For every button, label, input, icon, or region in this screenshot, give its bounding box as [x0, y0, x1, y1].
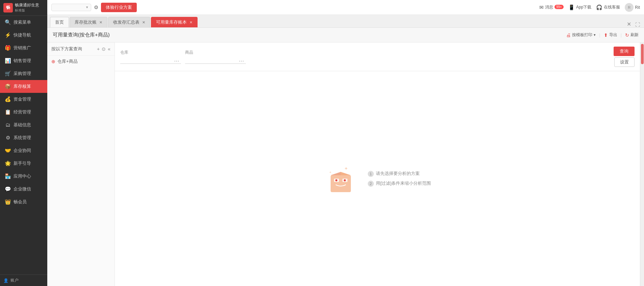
enterprise-icon: 🤝: [5, 148, 11, 154]
scheme-settings-icon[interactable]: ⊙: [102, 46, 106, 52]
sidebar-item-marketing[interactable]: 🎁 营销推广: [0, 42, 47, 54]
hint-num-2: 2: [368, 181, 374, 187]
basic-info-icon: 🗂: [5, 122, 11, 128]
hint-text-2: 用[过滤]条件来缩小分析范围: [376, 180, 431, 186]
online-service-icon: 🎧: [596, 4, 602, 10]
svg-point-6: [344, 179, 346, 181]
query-actions: 查询 设置: [614, 47, 635, 67]
gear-icon[interactable]: ⚙: [94, 4, 98, 10]
sidebar-logo: 畅 畅康通好生意 标准版: [0, 0, 47, 16]
appstore-icon: 🏪: [5, 173, 11, 179]
warehouse-field-input[interactable]: …: [120, 56, 181, 64]
content-area: 按以下方案查询 + ⊙ « ⊕ 仓库+商品 仓库 …: [47, 43, 644, 286]
settings-button[interactable]: 设置: [614, 57, 635, 67]
svg-text:✦: ✦: [344, 166, 348, 171]
app-download-btn[interactable]: 📱 App下载: [568, 4, 591, 10]
separator-2: |: [621, 32, 622, 37]
query-filters: 仓库 … 商品 … 查询 设置: [115, 43, 640, 71]
filter-item-label: 仓库+商品: [57, 58, 78, 64]
online-service-btn[interactable]: 🎧 在线客服: [596, 4, 620, 10]
message-badge: 99+: [555, 5, 564, 9]
search-menu-icon: 🔍: [5, 19, 11, 25]
sales-icon: 📊: [5, 58, 11, 64]
tab-available-close-icon[interactable]: ✕: [189, 20, 192, 25]
sidebar-item-wechat[interactable]: 💬 企业微信: [0, 183, 47, 196]
svg-rect-0: [331, 175, 351, 192]
refresh-btn[interactable]: ↻ 刷新: [625, 32, 639, 38]
product-filter-field: 商品 …: [185, 50, 246, 64]
tab-available[interactable]: 可用量库存账本 ✕: [151, 17, 198, 27]
print-icon: 🖨: [566, 32, 571, 38]
filter-panel-header-icons: + ⊙ «: [97, 46, 110, 52]
sidebar-item-appstore[interactable]: 🏪 应用中心: [0, 170, 47, 183]
sidebar-item-guide[interactable]: 🌟 新手引导: [0, 157, 47, 170]
sidebar-item-label: 应用中心: [14, 173, 31, 179]
print-btn-label: 按模板打印: [572, 32, 592, 38]
svg-point-5: [335, 179, 337, 181]
svg-marker-2: [341, 172, 351, 175]
page-header: 可用量查询(按仓库+商品) 🖨 按模板打印 ▾ | ⬆ 导出 | ↻ 刷新: [47, 28, 644, 43]
collapse-panel-icon[interactable]: «: [108, 46, 110, 52]
sidebar-item-search[interactable]: 🔍 搜索菜单: [0, 16, 47, 29]
warehouse-product-icon: ⊕: [51, 59, 55, 64]
warehouse-dots-btn[interactable]: …: [174, 57, 180, 63]
tabs-close-all-btn[interactable]: ✕: [625, 21, 633, 27]
avatar-initials: R: [628, 5, 630, 9]
tab-home[interactable]: 首页: [50, 17, 69, 27]
svg-text:✦: ✦: [329, 171, 332, 174]
search-input[interactable]: [54, 5, 85, 10]
sidebar-item-purchase[interactable]: 🛒 采购管理: [0, 67, 47, 80]
sidebar-bottom-label: 账户: [10, 278, 19, 283]
separator-1: |: [599, 32, 600, 37]
sidebar-item-finance[interactable]: 💰 资金管理: [0, 93, 47, 106]
tab-summary[interactable]: 收发存汇总表 ✕: [108, 17, 150, 27]
sidebar-item-sales[interactable]: 📊 销售管理: [0, 54, 47, 67]
topbar-search-box[interactable]: ▾: [51, 4, 91, 11]
tab-batch-close-icon[interactable]: ✕: [99, 20, 102, 25]
purchase-icon: 🛒: [5, 71, 11, 77]
guide-icon: 🌟: [5, 160, 11, 166]
warehouse-input[interactable]: [122, 57, 173, 62]
sidebar-item-label: 企业协同: [14, 148, 31, 154]
sidebar-item-label: 系统管理: [14, 135, 31, 141]
tab-summary-close-icon[interactable]: ✕: [142, 20, 145, 25]
user-profile-btn[interactable]: R Rit: [625, 3, 640, 12]
sidebar-item-vip[interactable]: 👑 畅会员: [0, 196, 47, 208]
sidebar-item-inventory[interactable]: 📦 库存核算: [0, 80, 47, 93]
filter-item-warehouse-product[interactable]: ⊕ 仓库+商品: [47, 56, 114, 67]
sidebar-item-basic[interactable]: 🗂 基础信息: [0, 119, 47, 131]
tabs-expand-btn[interactable]: ⛶: [634, 22, 641, 27]
product-input[interactable]: [186, 57, 237, 62]
tab-batch[interactable]: 库存批次账 ✕: [70, 17, 107, 27]
refresh-icon: ↻: [625, 32, 629, 38]
sidebar-item-label: 库存核算: [14, 83, 31, 89]
query-button[interactable]: 查询: [614, 47, 635, 56]
sidebar-item-operation[interactable]: 📋 经营管理: [0, 106, 47, 119]
sidebar-item-label: 快捷导航: [14, 32, 31, 38]
message-btn[interactable]: ✉ 消息 99+: [539, 4, 564, 10]
filter-panel: 按以下方案查询 + ⊙ « ⊕ 仓库+商品: [47, 43, 115, 286]
avatar: R: [625, 3, 634, 12]
print-template-btn[interactable]: 🖨 按模板打印 ▾: [566, 32, 596, 38]
inventory-icon: 📦: [5, 83, 11, 89]
sidebar-item-label: 销售管理: [14, 58, 31, 64]
query-panel: 仓库 … 商品 … 查询 设置: [115, 43, 640, 286]
trial-industry-btn[interactable]: 体验行业方案: [101, 3, 137, 12]
right-scroll-thumb[interactable]: [641, 44, 644, 64]
marketing-icon: 🎁: [5, 45, 11, 51]
operation-icon: 📋: [5, 109, 11, 115]
hint-num-1: 1: [368, 171, 374, 177]
tabs-bar: 首页 库存批次账 ✕ 收发存汇总表 ✕ 可用量库存账本 ✕ ✕ ⛶: [47, 15, 644, 28]
add-scheme-icon[interactable]: +: [97, 46, 100, 52]
message-icon: ✉: [539, 4, 544, 10]
product-field-input[interactable]: …: [185, 56, 246, 64]
sidebar-bottom[interactable]: 👤 账户: [0, 275, 47, 286]
system-icon: ⚙: [5, 135, 11, 141]
sidebar-item-nav[interactable]: ⚡ 快捷导航: [0, 29, 47, 42]
export-btn[interactable]: ⬆ 导出: [604, 32, 617, 38]
sidebar-item-system[interactable]: ⚙ 系统管理: [0, 131, 47, 144]
sidebar-item-enterprise[interactable]: 🤝 企业协同: [0, 144, 47, 157]
product-dots-btn[interactable]: …: [239, 57, 244, 63]
page-title: 可用量查询(按仓库+商品): [53, 32, 566, 38]
right-scrollbar[interactable]: [640, 43, 644, 286]
